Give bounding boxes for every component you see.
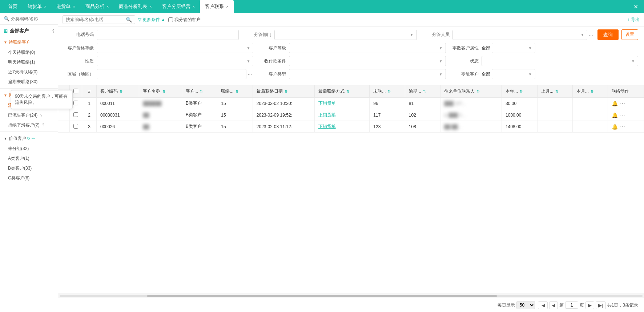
action-contact-icon-2[interactable]: 🔔	[612, 124, 618, 130]
tab-home[interactable]: 首页	[3, 0, 23, 13]
tab-customer-layer[interactable]: 客户分层经营 ×	[157, 0, 200, 13]
field-phone-input[interactable]	[97, 30, 239, 40]
field-dept-select[interactable]: ▼	[274, 30, 416, 40]
settings-button[interactable]: 设置	[621, 29, 638, 40]
per-page-select[interactable]: 50 100 200	[516, 301, 535, 309]
sidebar-item-tomorrow[interactable]: 明天待联络(1)	[0, 57, 58, 67]
cell-last-method-1[interactable]: 下销货单	[314, 109, 370, 121]
last-method-link-1[interactable]: 下销货单	[318, 112, 336, 117]
prev-page-btn[interactable]: ◀	[549, 301, 558, 309]
tab-sales[interactable]: 销货单 ×	[23, 0, 51, 13]
row-checkbox-1[interactable]	[73, 112, 78, 117]
field-retail-attr-select[interactable]: ▼	[492, 43, 535, 53]
query-button[interactable]: 查询	[597, 29, 619, 40]
sidebar-item-class-c[interactable]: C类客户(6)	[0, 173, 58, 183]
tab-sales-close[interactable]: ×	[44, 4, 46, 9]
action-more-icon-2[interactable]: ⋯	[620, 124, 625, 130]
field-payment-select[interactable]: ▼	[289, 56, 446, 66]
field-region-input[interactable]	[97, 69, 246, 79]
edit-icon[interactable]: ✏	[32, 136, 35, 141]
refresh-icon[interactable]: ↻	[27, 136, 30, 141]
tab-product-list-close[interactable]: ×	[149, 4, 152, 9]
tab-customer-layer-close[interactable]: ×	[193, 4, 195, 9]
per-page-label: 每页显示	[498, 302, 515, 308]
field-cust-type-select[interactable]: ▼	[289, 69, 446, 79]
th-this-year[interactable]: 本年... ⇅	[502, 85, 537, 98]
row-checkbox-0[interactable]	[73, 101, 78, 105]
tab-customer-contact-close[interactable]: ×	[226, 4, 228, 9]
sidebar-item-churned[interactable]: 已流失客户(24) ?	[0, 110, 58, 120]
cell-last-method-2[interactable]: 下销货单	[314, 121, 370, 133]
action-contact-icon-1[interactable]: 🔔	[612, 112, 618, 118]
tab-product-list[interactable]: 商品分析列表 ×	[114, 0, 157, 13]
field-nature-label: 性质	[64, 58, 97, 64]
scrollbar-thumb[interactable]	[147, 295, 497, 297]
sidebar-item-ungroup[interactable]: 未分组(32)	[0, 144, 58, 154]
th-this-month[interactable]: 本月... ⇅	[573, 85, 608, 98]
action-more-icon-0[interactable]: ⋯	[620, 101, 625, 106]
retail-val: 全部	[482, 71, 490, 77]
scrollbar-track[interactable]	[60, 295, 643, 297]
th-last-month[interactable]: 上月... ⇅	[537, 85, 572, 98]
my-customers-checkbox[interactable]	[168, 17, 173, 22]
select-all-checkbox[interactable]	[73, 89, 78, 93]
tab-product-analysis[interactable]: 商品分析 ×	[80, 0, 114, 13]
sidebar-all-customers[interactable]: ⊞ 全部客户 《	[0, 25, 58, 37]
field-manager-select[interactable]: ▼	[452, 30, 588, 40]
sidebar-item-overdue[interactable]: 逾期未联络(30)	[0, 77, 58, 87]
sidebar-item-7days[interactable]: 近7天待联络(0)	[0, 67, 58, 77]
adv-row1-actions: 查询 设置	[597, 29, 638, 40]
th-code[interactable]: 客户编码 ⇅	[97, 85, 139, 98]
tab-purchase-close[interactable]: ×	[73, 4, 75, 9]
filter-my-customers[interactable]: 我分管的客户	[168, 17, 201, 23]
field-cust-type: 客户类型 ▼	[256, 69, 446, 79]
filter-search-icon[interactable]: 🔍	[126, 17, 132, 23]
horizontal-scrollbar[interactable]	[58, 293, 644, 298]
field-retail-select[interactable]: ▼	[492, 69, 535, 79]
th-overdue[interactable]: 逾期... ⇅	[405, 85, 440, 98]
sidebar-search-input[interactable]	[11, 16, 54, 21]
cell-last-method-0[interactable]: 下销货单	[314, 98, 370, 109]
action-more-icon-1[interactable]: ⋯	[620, 112, 625, 118]
tab-product-analysis-close[interactable]: ×	[106, 4, 109, 9]
th-type[interactable]: 客户... ⇅	[182, 85, 217, 98]
th-name[interactable]: 客户名称 ⇅	[139, 85, 182, 98]
th-last-contact-method[interactable]: 最后联络方式 ⇅	[314, 85, 370, 98]
field-nature-select[interactable]: ▼	[97, 56, 253, 66]
more-icon-1[interactable]: ···	[587, 32, 595, 38]
sidebar-item-class-a[interactable]: A类客户(1)	[0, 154, 58, 163]
action-contact-icon-0[interactable]: 🔔	[612, 101, 618, 106]
row-checkbox-2[interactable]	[73, 124, 78, 129]
page-input[interactable]	[565, 301, 578, 309]
field-level-select[interactable]: ▼	[289, 43, 446, 53]
field-status-select[interactable]: ▼	[482, 56, 638, 66]
filter-search-input[interactable]	[66, 17, 126, 22]
tab-customer-contact[interactable]: 客户联系 ×	[200, 0, 233, 13]
last-page-btn[interactable]: ▶|	[596, 301, 605, 309]
th-unit-contact[interactable]: 往来单位联系人 ⇅	[440, 85, 502, 98]
sidebar-item-today[interactable]: 今天待联络(0)	[0, 48, 58, 57]
tab-home-label: 首页	[8, 3, 17, 10]
tab-purchase[interactable]: 进货单 ×	[51, 0, 80, 13]
last-method-link-0[interactable]: 下销货单	[318, 101, 336, 106]
export-button[interactable]: ↑ 导出	[627, 17, 640, 23]
sidebar-item-declining[interactable]: 持续下滑客户(2) ?	[0, 120, 58, 130]
th-contact[interactable]: 联络... ⇅	[217, 85, 253, 98]
more-icon-2[interactable]: ···	[246, 71, 254, 77]
sidebar-item-class-b[interactable]: B类客户(33)	[0, 163, 58, 173]
first-page-btn[interactable]: |◀	[538, 301, 548, 309]
filter-more-btn[interactable]: ▽ 更多条件 ▲	[138, 17, 165, 23]
field-price-select[interactable]: ▼	[97, 43, 253, 53]
cell-checkbox-1[interactable]	[70, 109, 82, 121]
cell-checkbox-2[interactable]	[70, 121, 82, 133]
next-page-btn[interactable]: ▶	[585, 301, 594, 309]
content-area: 🔍 ▽ 更多条件 ▲ 我分管的客户 ↑ 导出 电话号码	[58, 13, 644, 312]
global-close-icon[interactable]: ✕	[631, 3, 641, 10]
sidebar-group-value[interactable]: ▼ 价值客户 ↻ ✏	[0, 133, 58, 144]
tab-sales-label: 销货单	[28, 3, 42, 10]
th-last-contact-date[interactable]: 最后联络日期 ⇅	[253, 85, 314, 98]
cell-contact-1: 15	[217, 109, 253, 121]
last-method-link-2[interactable]: 下销货单	[318, 124, 336, 129]
sidebar-group-pending[interactable]: ▼ 待联络客户	[0, 37, 58, 48]
th-not-contacted[interactable]: 未联... ⇅	[370, 85, 405, 98]
